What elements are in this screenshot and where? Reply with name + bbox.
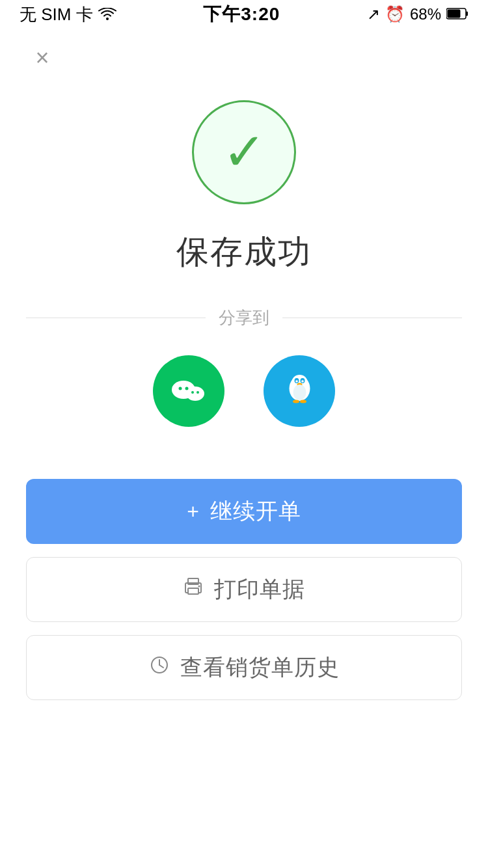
status-time: 下午3:20 [203,2,280,27]
success-title: 保存成功 [176,230,312,274]
wechat-icon [168,370,210,413]
continue-button[interactable]: + 继续开单 [26,479,462,544]
qq-icon [278,370,321,413]
svg-point-19 [300,400,306,403]
main-content: × ✓ 保存成功 分享到 [0,29,488,868]
continue-label: 继续开单 [210,496,301,526]
checkmark-icon: ✓ [223,126,266,178]
close-icon: × [35,46,49,70]
alarm-icon: ⏰ [385,5,405,23]
svg-line-26 [159,665,163,668]
svg-point-23 [198,586,200,588]
divider-right [282,318,462,318]
svg-point-7 [185,387,188,390]
svg-point-18 [293,400,299,403]
svg-point-15 [301,380,304,383]
qq-share-button[interactable] [264,355,335,427]
share-label: 分享到 [219,306,269,329]
svg-rect-2 [466,12,468,16]
svg-point-9 [197,391,199,394]
status-left: 无 SIM 卡 [20,3,116,26]
print-label: 打印单据 [214,575,305,604]
svg-rect-22 [188,588,198,594]
success-circle: ✓ [192,100,296,204]
action-buttons: + 继续开单 打印单据 [26,479,462,700]
svg-point-0 [106,18,109,20]
wechat-share-button[interactable] [153,355,224,427]
close-button[interactable]: × [26,42,59,74]
location-icon: ↗ [367,5,380,23]
svg-point-8 [191,391,194,394]
share-divider: 分享到 [26,306,462,329]
history-label: 查看销货单历史 [180,653,340,683]
status-right: ↗ ⏰ 68% [367,5,468,23]
plus-icon: + [187,500,200,524]
wifi-icon [98,8,116,21]
print-icon [183,576,204,603]
svg-point-5 [186,387,204,401]
svg-point-17 [293,385,306,400]
status-bar: 无 SIM 卡 下午3:20 ↗ ⏰ 68% [0,0,488,29]
svg-point-6 [178,387,182,390]
no-sim-text: 无 SIM 卡 [20,3,93,26]
svg-point-14 [295,380,298,383]
divider-left [26,318,206,318]
print-button[interactable]: 打印单据 [26,557,462,622]
battery-percent: 68% [410,5,441,23]
share-icons [153,355,335,427]
battery-icon [446,5,468,23]
history-button[interactable]: 查看销货单历史 [26,635,462,700]
svg-rect-3 [447,10,460,18]
clock-icon [149,655,170,681]
